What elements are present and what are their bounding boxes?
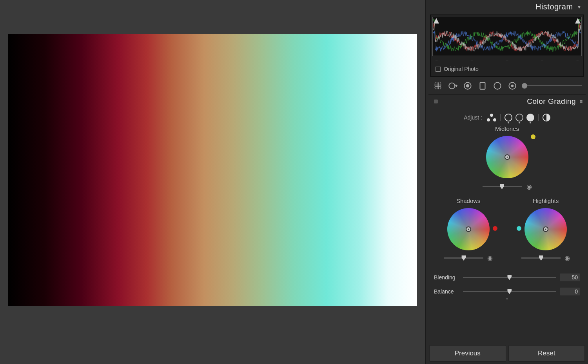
adjust-mode-row: Adjust : xyxy=(432,111,583,125)
highlights-luminance-slider[interactable] xyxy=(521,257,561,259)
global-mode-icon[interactable] xyxy=(543,114,550,121)
svg-rect-0 xyxy=(435,83,441,89)
reset-button[interactable]: Reset xyxy=(508,345,585,362)
exposure-zone-bar[interactable]: – – – – – xyxy=(432,56,582,63)
midtones-section: Midtones ◉ xyxy=(432,125,583,190)
three-way-icon[interactable] xyxy=(487,114,496,121)
histogram-plot[interactable] xyxy=(432,17,582,56)
midtones-marker[interactable] xyxy=(531,134,535,139)
right-sidebar: Histogram ▼ – – – – – Original Photo xyxy=(425,0,588,364)
midtones-luminance-slider[interactable] xyxy=(483,186,522,187)
blending-slider[interactable] xyxy=(463,277,556,278)
exposure-zone[interactable]: – xyxy=(506,58,508,62)
shadows-marker[interactable] xyxy=(493,226,497,231)
balance-value[interactable]: 0 xyxy=(560,288,580,295)
shadows-title: Shadows xyxy=(432,197,505,204)
highlights-wheel-handle[interactable] xyxy=(543,226,548,232)
blending-row: Blending 50 xyxy=(432,272,583,283)
midtones-title: Midtones xyxy=(432,125,583,132)
highlights-section: Highlights ◉ xyxy=(509,197,583,262)
adjust-label: Adjust : xyxy=(464,114,482,121)
redeye-icon[interactable] xyxy=(462,80,473,91)
balance-label: Balance xyxy=(434,288,459,295)
shadows-section: Shadows ◉ xyxy=(432,197,505,262)
svg-point-5 xyxy=(449,83,455,89)
highlights-wheel[interactable] xyxy=(524,208,567,250)
midtones-mode-icon[interactable] xyxy=(515,114,523,121)
collapse-icon[interactable]: ≡ xyxy=(580,99,582,104)
midtones-luminance-row: ◉ xyxy=(432,183,583,190)
crop-tool-icon[interactable] xyxy=(432,80,443,91)
blending-value[interactable]: 50 xyxy=(560,273,580,281)
highlights-title: Highlights xyxy=(509,197,583,204)
svg-point-8 xyxy=(466,85,469,87)
shadows-highlights-row: Shadows ◉ Highlights xyxy=(432,197,583,262)
histogram-title: Histogram xyxy=(535,2,573,11)
radial-filter-icon[interactable] xyxy=(507,80,518,91)
histogram-header[interactable]: Histogram ▼ xyxy=(428,0,586,14)
svg-point-10 xyxy=(494,82,501,89)
exposure-zone[interactable]: – xyxy=(471,58,473,62)
panel-resize-handle[interactable]: ▼ xyxy=(428,298,586,301)
svg-rect-9 xyxy=(480,82,485,89)
highlights-visibility-icon[interactable]: ◉ xyxy=(564,254,570,262)
original-photo-label: Original Photo xyxy=(444,66,479,72)
blending-label: Blending xyxy=(434,274,459,281)
canvas-area xyxy=(0,0,425,364)
exposure-zone[interactable]: – xyxy=(541,58,544,62)
shadows-visibility-icon[interactable]: ◉ xyxy=(487,254,493,262)
previous-button[interactable]: Previous xyxy=(429,345,506,362)
original-photo-checkbox[interactable] xyxy=(436,67,441,72)
separator xyxy=(500,114,501,121)
shadows-mode-icon[interactable] xyxy=(505,114,512,121)
highlights-mode-icon[interactable] xyxy=(526,114,534,121)
tool-strip xyxy=(428,77,586,95)
separator xyxy=(538,114,539,121)
footer-buttons: Previous Reset xyxy=(428,343,586,364)
image-preview[interactable] xyxy=(8,34,417,306)
shadows-luminance-slider[interactable] xyxy=(444,257,483,259)
color-grading-panel: Adjust : Midtones ◉ xyxy=(428,109,586,298)
exposure-zone[interactable]: – xyxy=(436,58,438,62)
balance-slider[interactable] xyxy=(463,291,556,292)
svg-point-12 xyxy=(511,85,514,87)
shadows-wheel-handle[interactable] xyxy=(466,226,471,232)
exposure-zone[interactable]: – xyxy=(576,58,579,62)
color-grading-title: Color Grading xyxy=(527,97,576,106)
shadows-luminance-row: ◉ xyxy=(432,254,505,262)
midtones-visibility-icon[interactable]: ◉ xyxy=(526,183,532,190)
color-grading-header[interactable]: Color Grading ≡ xyxy=(428,95,586,109)
highlights-luminance-row: ◉ xyxy=(509,254,583,262)
collapse-icon[interactable]: ▼ xyxy=(577,4,582,10)
histogram-panel: – – – – – Original Photo xyxy=(430,14,584,77)
panel-toggle-switch[interactable] xyxy=(434,100,438,103)
tool-amount-slider[interactable] xyxy=(522,85,582,86)
balance-row: Balance 0 xyxy=(432,286,583,297)
midtones-wheel-handle[interactable] xyxy=(505,154,510,160)
graduated-filter-icon[interactable] xyxy=(492,80,503,91)
original-photo-row: Original Photo xyxy=(432,63,582,74)
masking-icon[interactable] xyxy=(477,80,488,91)
midtones-wheel[interactable] xyxy=(486,136,528,178)
highlights-marker[interactable] xyxy=(517,226,521,231)
spot-removal-icon[interactable] xyxy=(447,80,458,91)
shadows-wheel[interactable] xyxy=(447,208,490,250)
